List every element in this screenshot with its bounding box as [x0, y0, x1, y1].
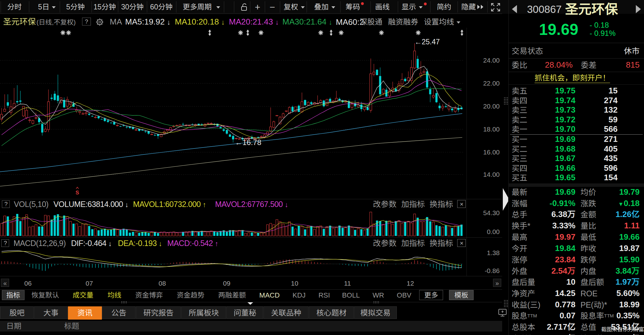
svg-text:54.30: 54.30	[483, 209, 500, 216]
svg-text:1.38: 1.38	[487, 249, 500, 256]
svg-text:-0.86: -0.86	[485, 267, 500, 274]
svg-text:←25.47: ←25.47	[414, 38, 440, 46]
svg-text:24.00: 24.00	[483, 57, 500, 64]
svg-text:←16.78: ←16.78	[235, 138, 261, 147]
svg-text:14.00: 14.00	[483, 171, 500, 178]
svg-text:20.00: 20.00	[483, 103, 500, 110]
svg-text:22.00: 22.00	[483, 80, 500, 87]
svg-text:0.00: 0.00	[487, 228, 500, 235]
svg-text:S: S	[75, 190, 79, 196]
svg-text:16.00: 16.00	[483, 148, 500, 156]
svg-text:18.00: 18.00	[483, 126, 500, 133]
